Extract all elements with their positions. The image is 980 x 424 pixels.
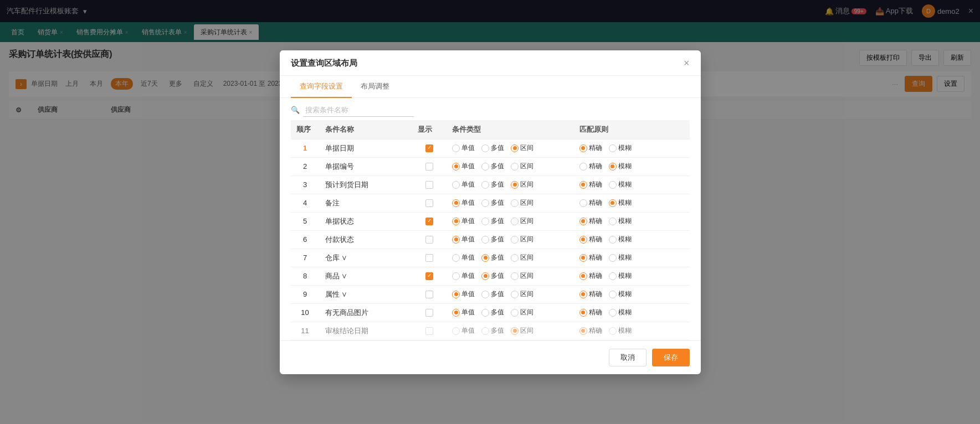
type-radio-item[interactable]: 区间 <box>511 180 533 189</box>
type-radio-item[interactable]: 区间 <box>511 271 533 281</box>
match-radio-item[interactable]: 模糊 <box>609 253 632 262</box>
cell-show[interactable] <box>412 267 447 285</box>
type-radio-item[interactable]: 单值 <box>452 271 475 281</box>
match-radio-item[interactable]: 精确 <box>579 235 602 244</box>
match-radio-item[interactable]: 模糊 <box>609 162 632 171</box>
match-radio-item[interactable]: 精确 <box>579 253 602 262</box>
show-checkbox[interactable] <box>425 218 433 225</box>
type-radio-item[interactable]: 多值 <box>481 180 504 189</box>
type-radio-item[interactable]: 区间 <box>511 143 533 153</box>
cell-show[interactable] <box>412 175 447 194</box>
type-radio-item[interactable]: 多值 <box>481 143 504 153</box>
match-radio-item[interactable]: 模糊 <box>609 143 632 153</box>
type-radio-item[interactable]: 多值 <box>481 271 504 281</box>
match-radio-item[interactable]: 精确 <box>579 143 602 153</box>
radio-dot <box>609 163 617 170</box>
table-row: 5单据状态单值多值区间精确模糊 <box>291 212 690 230</box>
match-radio-item[interactable]: 模糊 <box>609 326 632 335</box>
show-checkbox[interactable] <box>425 327 433 335</box>
match-radio-item[interactable]: 精确 <box>579 308 602 317</box>
type-radio-item[interactable]: 多值 <box>481 235 504 244</box>
type-radio-item[interactable]: 单值 <box>452 180 475 189</box>
type-radio-item[interactable]: 区间 <box>511 289 533 299</box>
match-radio-item[interactable]: 模糊 <box>609 308 632 317</box>
type-radio-item[interactable]: 区间 <box>511 308 533 317</box>
match-radio-item[interactable]: 精确 <box>579 289 602 299</box>
match-radio-item[interactable]: 精确 <box>579 216 602 226</box>
match-radio-item[interactable]: 精确 <box>579 198 602 208</box>
match-radio-item[interactable]: 模糊 <box>609 180 632 189</box>
type-radio-item[interactable]: 单值 <box>452 216 475 226</box>
radio-label: 单值 <box>461 308 475 317</box>
match-radio-item[interactable]: 精确 <box>579 162 602 171</box>
radio-label: 单值 <box>461 326 475 335</box>
type-radio-item[interactable]: 单值 <box>452 308 475 317</box>
type-radio-item[interactable]: 多值 <box>481 253 504 262</box>
cancel-button[interactable]: 取消 <box>609 349 647 366</box>
show-checkbox[interactable] <box>425 199 433 207</box>
cell-name: 备注 <box>320 194 412 212</box>
show-checkbox[interactable] <box>425 181 433 189</box>
type-radio-item[interactable]: 单值 <box>452 289 475 299</box>
cell-show[interactable] <box>412 194 447 212</box>
type-radio-item[interactable]: 单值 <box>452 198 475 208</box>
radio-dot <box>452 144 460 152</box>
match-radio-item[interactable]: 模糊 <box>609 198 632 208</box>
type-radio-item[interactable]: 区间 <box>511 235 533 244</box>
cell-order: 7 <box>291 249 320 267</box>
cell-show[interactable] <box>412 285 447 303</box>
type-radio-item[interactable]: 单值 <box>452 253 475 262</box>
radio-dot <box>609 272 617 280</box>
show-checkbox[interactable] <box>425 291 433 298</box>
type-radio-item[interactable]: 区间 <box>511 253 533 262</box>
type-radio-item[interactable]: 多值 <box>481 162 504 171</box>
dialog-close-icon[interactable]: × <box>684 58 690 68</box>
radio-label: 多值 <box>491 289 504 299</box>
radio-label: 模糊 <box>618 253 632 262</box>
cell-show[interactable] <box>412 322 447 340</box>
type-radio-item[interactable]: 区间 <box>511 198 533 208</box>
type-radio-item[interactable]: 区间 <box>511 326 533 335</box>
show-checkbox[interactable] <box>425 163 433 170</box>
radio-label: 单值 <box>461 216 475 226</box>
radio-dot <box>452 254 460 262</box>
show-checkbox[interactable] <box>425 144 433 152</box>
type-radio-item[interactable]: 单值 <box>452 235 475 244</box>
type-radio-item[interactable]: 单值 <box>452 162 475 171</box>
type-radio-item[interactable]: 多值 <box>481 198 504 208</box>
match-radio-item[interactable]: 精确 <box>579 326 602 335</box>
match-radio-item[interactable]: 模糊 <box>609 235 632 244</box>
match-radio-item[interactable]: 模糊 <box>609 289 632 299</box>
cell-type: 单值多值区间 <box>447 175 574 194</box>
type-radio-item[interactable]: 多值 <box>481 326 504 335</box>
dialog-tab-query-fields[interactable]: 查询字段设置 <box>291 76 352 98</box>
cell-show[interactable] <box>412 212 447 230</box>
search-input[interactable] <box>303 104 414 117</box>
type-radio-item[interactable]: 多值 <box>481 308 504 317</box>
cell-name: 审核结论日期 <box>320 322 412 340</box>
cell-show[interactable] <box>412 230 447 249</box>
cell-show[interactable] <box>412 303 447 322</box>
type-radio-item[interactable]: 多值 <box>481 216 504 226</box>
type-radio-item[interactable]: 区间 <box>511 216 533 226</box>
type-radio-item[interactable]: 单值 <box>452 326 475 335</box>
match-radio-item[interactable]: 精确 <box>579 271 602 281</box>
save-button[interactable]: 保存 <box>652 349 690 366</box>
cell-show[interactable] <box>412 249 447 267</box>
type-radio-item[interactable]: 单值 <box>452 143 475 153</box>
radio-label: 精确 <box>589 198 602 208</box>
type-radio-item[interactable]: 区间 <box>511 162 533 171</box>
match-radio-item[interactable]: 精确 <box>579 180 602 189</box>
table-row: 1单据日期单值多值区间精确模糊 <box>291 139 690 157</box>
type-radio-item[interactable]: 多值 <box>481 289 504 299</box>
show-checkbox[interactable] <box>425 236 433 244</box>
match-radio-item[interactable]: 模糊 <box>609 216 632 226</box>
show-checkbox[interactable] <box>425 272 433 280</box>
cell-show[interactable] <box>412 157 447 175</box>
show-checkbox[interactable] <box>425 254 433 262</box>
show-checkbox[interactable] <box>425 309 433 317</box>
dialog-tab-layout[interactable]: 布局调整 <box>352 76 398 98</box>
match-radio-item[interactable]: 模糊 <box>609 271 632 281</box>
cell-show[interactable] <box>412 139 447 157</box>
dialog-tabs: 查询字段设置 布局调整 <box>280 76 701 98</box>
